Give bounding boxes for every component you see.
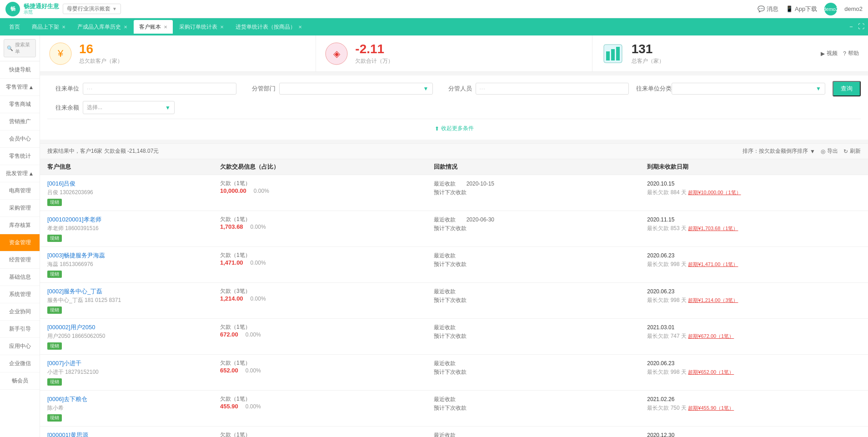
tab-product-offline[interactable]: 商品上下架 ✕ (26, 20, 71, 34)
customer-name-link[interactable]: [0002]服务中心_丁磊 (47, 287, 220, 296)
source-balance-input[interactable]: 选择... ▼ (83, 101, 175, 114)
avatar[interactable]: demo2 (824, 3, 837, 15)
tab-close-icon[interactable]: ✕ (220, 25, 224, 30)
source-unit-input[interactable]: ··· (83, 83, 236, 95)
customer-name-link[interactable]: [0016]吕俊 (47, 180, 220, 188)
results-summary: 搜索结果中，客户16家 欠款金额 -21,148.07元 (47, 147, 159, 155)
overdue-link[interactable]: 超期¥1,703.68（1笔） (688, 226, 738, 231)
branch-person-input[interactable]: ··· (476, 83, 629, 95)
username: demo2 (844, 5, 863, 12)
tab-purchase-order-label: 采购订单统计表 (179, 23, 217, 31)
overdue-link[interactable]: 超期¥455.90（1笔） (688, 405, 734, 411)
sidebar-item-batch-mgmt[interactable]: 批发管理 ▲ (0, 165, 40, 182)
overdue-link[interactable]: 超期¥652.00（1笔） (688, 369, 734, 375)
debt-amount: 1,703.68 (220, 223, 243, 230)
sidebar-item-retail-mgmt[interactable]: 零售管理 ▲ (0, 79, 40, 96)
unit-category-input[interactable]: ▼ (672, 83, 825, 95)
tab-home[interactable]: 首页 (4, 20, 25, 34)
customer-name-link[interactable]: [0001020001]孝老师 (47, 216, 220, 224)
last-payment: 最近收款 (434, 359, 647, 368)
customer-contact: 孝老师 18600391516 (47, 225, 220, 232)
tab-close-icon[interactable]: ✕ (62, 25, 65, 30)
sidebar-item-quick-nav[interactable]: 快捷导航 (0, 61, 40, 79)
customer-name-link[interactable]: [000002]用户2050 (47, 323, 220, 332)
sidebar-item-enterprise-wx[interactable]: 企业微信 (0, 355, 40, 372)
help-btn[interactable]: ? 帮助 (843, 50, 859, 57)
customer-name-link[interactable]: [000001]黄思源 (47, 431, 220, 437)
collapse-btn[interactable]: ⬆ 收起更多条件 (47, 123, 861, 134)
sidebar-item-member-center[interactable]: 会员中心 (0, 131, 40, 148)
overdue-date: 2020.06.23 (647, 287, 861, 296)
tab-purchase-order[interactable]: 采购订单统计表 ✕ (174, 20, 229, 34)
overdue-link[interactable]: 超期¥1,471.00（1笔） (688, 261, 738, 267)
sidebar-item-system-mgmt[interactable]: 系统管理 (0, 286, 40, 303)
sidebar-item-vip-member[interactable]: 畅会员 (0, 372, 40, 390)
customer-badge: 现销 (47, 342, 62, 350)
overdue-link[interactable]: 超期¥10,000.00（1笔） (688, 190, 741, 195)
overdue-days: 最长欠款 747 天 (647, 333, 688, 339)
overdue-link[interactable]: 超期¥672.00（1笔） (688, 333, 734, 339)
stat-item-right-actions: ▶ 视频 ? 帮助 (821, 50, 859, 57)
export-btn[interactable]: ◎ 导出 (821, 147, 838, 155)
stats-bar: ¥ 16 总欠款客户（家） ◈ -2.11 欠款合计 (40, 35, 868, 72)
sidebar-item-inventory[interactable]: 库存核算 (0, 217, 40, 234)
search-placeholder: 搜索菜单 (15, 41, 33, 55)
tab-minimize-icon[interactable]: － (848, 23, 854, 31)
overdue-link[interactable]: 超期¥1,214.00（3笔） (688, 297, 738, 303)
dropdown-icon: ▼ (816, 85, 821, 92)
sidebar-item-ecommerce[interactable]: 电商管理 (0, 182, 40, 200)
tab-home-label: 首页 (9, 23, 20, 31)
tab-customer-account[interactable]: 客户账本 ✕ (134, 20, 173, 34)
top-header: 畅 畅捷通好生意 示范 母婴行业演示账套 ▼ 💬 消息 📱 App下载 demo… (0, 0, 868, 18)
branch-dept-input[interactable]: ▼ (279, 83, 433, 95)
sidebar-item-marketing[interactable]: 营销推广 (0, 113, 40, 131)
refresh-btn[interactable]: ↻ 刷新 (843, 147, 861, 155)
svg-text:¥: ¥ (57, 48, 64, 59)
sidebar-item-purchase-mgmt[interactable]: 采购管理 (0, 200, 40, 217)
sort-selector[interactable]: 排序：按欠款金额倒序排序 ▼ (743, 147, 815, 155)
customer-contact: 海蕊 18513066976 (47, 261, 220, 268)
customer-name-link[interactable]: [0003]畅捷服务尹海蕊 (47, 251, 220, 260)
message-btn[interactable]: 💬 消息 (758, 5, 778, 13)
overdue-amount-label: 欠款合计（万） (355, 57, 582, 65)
sidebar-item-new-guide[interactable]: 新手引导 (0, 321, 40, 338)
tab-bar-actions: － ⛶ (848, 23, 864, 31)
tab-close-icon[interactable]: ✕ (164, 25, 167, 30)
tab-product-history[interactable]: 产成品入库单历史 ✕ (72, 20, 133, 34)
branch-person-label: 分管人员 (440, 85, 472, 93)
query-button[interactable]: 查询 (833, 81, 861, 96)
customer-name-link[interactable]: [0006]去下粮仓 (47, 395, 220, 403)
debt-ratio: 0.00% (246, 403, 261, 410)
sidebar: 🔍 搜索菜单 快捷导航 零售管理 ▲ 零售商城 营销推广 会员中心 零售统计 批… (0, 35, 40, 437)
last-payment: 最近收款 (434, 251, 647, 260)
sidebar-item-capital-mgmt[interactable]: 资金管理 (0, 234, 40, 251)
debt-info-cell: 欠款（1笔） 672.00 0.00% (220, 323, 434, 338)
sidebar-item-retail-store[interactable]: 零售商城 (0, 96, 40, 113)
search-box[interactable]: 🔍 搜索菜单 (4, 39, 36, 57)
sidebar-item-base-info[interactable]: 基础信息 (0, 269, 40, 286)
next-payment: 预计下次收款 (434, 296, 647, 305)
results-bar: 搜索结果中，客户16家 欠款金额 -21,148.07元 排序：按欠款金额倒序排… (40, 143, 868, 159)
video-icon: ▶ (821, 50, 825, 57)
customer-name-link[interactable]: [0007]小进干 (47, 359, 220, 367)
total-customers-label: 总客户（家） (632, 57, 814, 65)
video-btn[interactable]: ▶ 视频 (821, 50, 838, 57)
app-download-btn[interactable]: 📱 App下载 (786, 5, 817, 13)
svg-text:◈: ◈ (333, 49, 341, 59)
debt-info-cell: 欠款（3笔） 1,214.00 0.00% (220, 287, 434, 302)
table-rows-container: [0016]吕俊 吕俊 13026203696 现销 欠款（1笔） 10,000… (40, 175, 868, 437)
tab-close-icon[interactable]: ✕ (124, 25, 127, 30)
tab-maximize-icon[interactable]: ⛶ (858, 23, 864, 31)
sidebar-search-area: 🔍 搜索菜单 (0, 35, 40, 61)
tab-close-icon[interactable]: ✕ (298, 25, 302, 30)
total-customers-number: 131 (632, 42, 814, 56)
store-selector[interactable]: 母婴行业演示账套 ▼ (63, 4, 121, 14)
customer-info-cell: [0016]吕俊 吕俊 13026203696 现销 (47, 180, 220, 206)
sidebar-item-retail-stats[interactable]: 零售统计 (0, 148, 40, 165)
source-unit-label: 往来单位 (47, 85, 79, 93)
sidebar-item-app-center[interactable]: 应用中心 (0, 338, 40, 355)
brand-logo: 畅 (5, 2, 20, 16)
sidebar-item-enterprise-collab[interactable]: 企业协同 (0, 303, 40, 321)
sidebar-item-ops-mgmt[interactable]: 经营管理 (0, 251, 40, 269)
tab-inbound-stats[interactable]: 进货单统计表（按商品） ✕ (230, 20, 307, 34)
